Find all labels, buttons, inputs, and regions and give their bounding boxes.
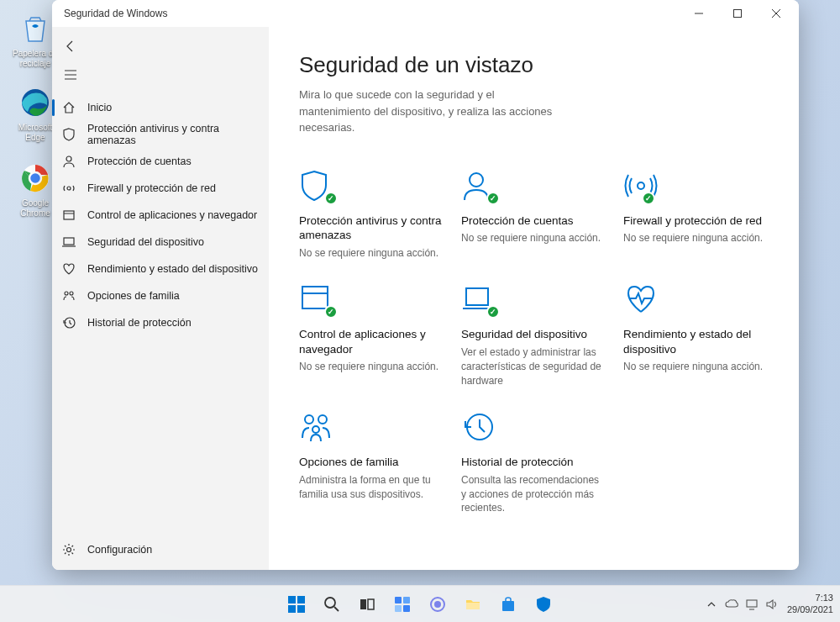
svg-point-22 — [638, 182, 644, 189]
svg-point-11 — [66, 156, 71, 161]
tile-device-performance[interactable]: Rendimiento y estado del dispositivo No … — [623, 283, 769, 387]
hamburger-button[interactable] — [54, 61, 87, 89]
firewall-icon — [623, 170, 659, 202]
chrome-icon — [17, 160, 54, 197]
nav-account-protection[interactable]: Protección de cuentas — [52, 148, 269, 175]
taskbar: 7:13 29/09/2021 — [0, 585, 840, 622]
svg-rect-23 — [302, 287, 328, 308]
svg-line-36 — [334, 607, 339, 611]
app-control-icon — [299, 283, 334, 315]
start-button[interactable] — [281, 588, 312, 620]
svg-rect-46 — [502, 601, 514, 611]
svg-rect-47 — [747, 600, 757, 607]
tile-account-protection[interactable]: Protección de cuentas No se requiere nin… — [461, 170, 606, 261]
tile-family-options[interactable]: Opciones de familia Administra la forma … — [299, 411, 444, 515]
heart-pulse-icon — [623, 283, 659, 315]
svg-rect-45 — [466, 603, 480, 609]
content-area: Seguridad de un vistazo Mira lo que suce… — [269, 27, 799, 570]
network-icon[interactable] — [745, 598, 759, 611]
firewall-icon — [62, 182, 76, 195]
page-subtitle: Mira lo que sucede con la seguridad y el… — [299, 87, 568, 136]
titlebar[interactable]: Seguridad de Windows — [52, 0, 799, 27]
nav-settings[interactable]: Configuración — [52, 536, 269, 563]
window-title: Seguridad de Windows — [64, 8, 680, 19]
tile-protection-history[interactable]: Historial de protección Consulta las rec… — [461, 411, 606, 515]
svg-point-12 — [67, 187, 71, 190]
tile-firewall[interactable]: Firewall y protección de red No se requi… — [623, 170, 769, 261]
svg-rect-41 — [395, 605, 402, 612]
device-icon — [461, 283, 496, 315]
shield-icon — [299, 170, 334, 202]
family-icon — [62, 289, 76, 303]
minimize-button[interactable] — [680, 0, 718, 27]
svg-point-28 — [318, 415, 327, 424]
nav-home[interactable]: Inicio — [52, 94, 269, 121]
home-icon — [62, 101, 76, 114]
svg-point-27 — [305, 415, 313, 424]
svg-rect-42 — [403, 605, 410, 612]
chat-button[interactable] — [422, 588, 454, 620]
nav-device-performance[interactable]: Rendimiento y estado del dispositivo — [52, 256, 269, 282]
tile-app-browser-control[interactable]: Control de aplicaciones y navegador No s… — [299, 283, 444, 387]
sidebar: Inicio Protección antivirus y contra ame… — [52, 27, 269, 570]
widgets-button[interactable] — [386, 588, 418, 620]
device-icon — [62, 235, 76, 249]
svg-point-17 — [65, 292, 68, 295]
windows-security-window: Seguridad de Windows Inicio Protección a… — [52, 0, 799, 570]
file-explorer-button[interactable] — [457, 588, 489, 620]
heart-icon — [62, 262, 76, 276]
nav-protection-history[interactable]: Historial de protección — [52, 309, 269, 336]
search-button[interactable] — [316, 588, 348, 620]
task-view-button[interactable] — [351, 588, 383, 620]
windows-security-taskbar[interactable] — [528, 588, 559, 620]
svg-point-35 — [325, 598, 335, 608]
recycle-bin-icon — [17, 10, 54, 47]
tray-chevron-icon[interactable] — [706, 599, 717, 609]
svg-rect-5 — [734, 10, 742, 18]
account-icon — [62, 155, 76, 168]
svg-rect-13 — [64, 211, 74, 219]
volume-icon[interactable] — [765, 598, 779, 611]
nav-virus-protection[interactable]: Protección antivirus y contra amenazas — [52, 121, 269, 148]
svg-point-18 — [70, 292, 73, 295]
maximize-button[interactable] — [718, 0, 757, 27]
svg-rect-34 — [297, 605, 305, 613]
tile-virus-protection[interactable]: Protección antivirus y contra amenazas N… — [299, 170, 444, 261]
svg-rect-31 — [288, 596, 296, 604]
history-icon — [62, 316, 76, 329]
nav-app-browser-control[interactable]: Control de aplicaciones y navegador — [52, 202, 269, 229]
store-button[interactable] — [492, 588, 524, 620]
svg-rect-40 — [403, 597, 410, 604]
back-button[interactable] — [54, 32, 87, 61]
svg-point-20 — [67, 548, 71, 552]
page-title: Seguridad de un vistazo — [299, 52, 769, 78]
svg-point-44 — [434, 601, 441, 608]
nav-device-security[interactable]: Seguridad del dispositivo — [52, 229, 269, 256]
family-icon — [299, 411, 334, 443]
taskbar-clock[interactable]: 7:13 29/09/2021 — [787, 593, 833, 614]
onedrive-icon[interactable] — [725, 598, 738, 611]
svg-rect-15 — [64, 238, 74, 245]
svg-rect-32 — [297, 596, 305, 604]
svg-rect-25 — [466, 288, 488, 305]
history-icon — [461, 411, 496, 443]
edge-icon — [17, 84, 54, 121]
nav-family-options[interactable]: Opciones de familia — [52, 282, 269, 309]
close-button[interactable] — [757, 0, 795, 27]
svg-rect-33 — [288, 605, 296, 613]
svg-rect-39 — [395, 597, 402, 604]
tile-device-security[interactable]: Seguridad del dispositivo Ver el estado … — [461, 283, 606, 387]
shield-icon — [62, 128, 76, 141]
svg-rect-37 — [360, 599, 366, 609]
gear-icon — [62, 543, 76, 556]
svg-rect-38 — [368, 599, 374, 609]
svg-point-29 — [312, 426, 319, 433]
nav-firewall[interactable]: Firewall y protección de red — [52, 175, 269, 202]
svg-point-21 — [470, 173, 483, 187]
app-control-icon — [62, 208, 76, 222]
account-icon — [461, 170, 496, 202]
